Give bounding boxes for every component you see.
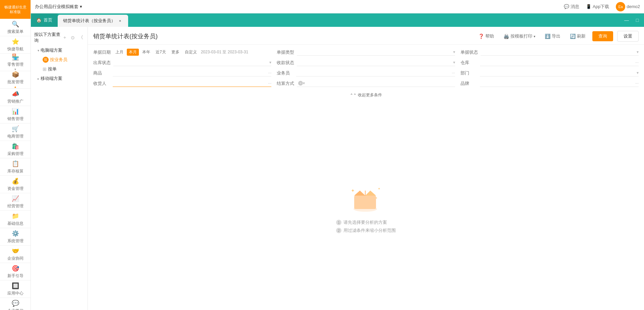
date-tab-custom[interactable]: 自定义 [183,49,199,56]
doctype-label: 单据类型 [277,49,294,55]
collectstatus-arrow-icon: ▾ [453,60,455,65]
dept-control[interactable]: ▾ [480,69,639,76]
query-btn[interactable]: 查询 [592,31,613,41]
sidebar-purchase-label: 采购管理 [7,151,23,157]
goods-control[interactable]: ··· [113,69,271,76]
date-tab-7days[interactable]: 近7天 [154,49,168,56]
sidebar-item-wholesale[interactable]: 📦 批发管理 ▴ [0,71,31,89]
filter-row-4: 收货人 ··· 结算方式 × ▾ [93,80,639,87]
sidebar-item-finance[interactable]: 💰 资金管理 [0,176,31,193]
export-btn[interactable]: ⬇️ 导出 [542,32,563,41]
settings-btn[interactable]: 设置 [617,31,639,42]
sidebar-item-ecommerce[interactable]: 🛒 电商管理 [0,123,31,141]
purchase-icon: 🛍️ [12,143,19,150]
add-scheme-btn[interactable]: ＋ [61,34,68,41]
sidebar-collab-label: 企业协同 [7,256,23,261]
tree-group-mobile[interactable]: ▸ 移动端方案 [31,74,88,83]
sidebar-item-inventory[interactable]: 📋 库存核算 [0,158,31,176]
tip-1-text: 请先选择要分析的方案 [343,219,387,225]
user-menu[interactable]: Ea demo2 [616,2,640,11]
warehouse-control[interactable]: ··· [480,59,639,66]
date-tab-thisyear[interactable]: 本年 [140,49,152,56]
tab-home[interactable]: 🏠 首页 [31,13,58,27]
help-btn[interactable]: ❓ 帮助 [476,32,497,41]
app-download-btn[interactable]: 📱 App下载 [586,4,609,10]
date-range-text: 2023-03-01 至 2023-03-31 [201,49,248,55]
sidebar-apps-label: 应用中心 [7,291,23,296]
message-btn[interactable]: 💬 消息 [564,4,579,10]
sidebar-item-basic[interactable]: 📁 基础信息 [0,211,31,228]
warehouse-more-icon: ··· [635,60,639,65]
tree-item-salesperson[interactable]: 按 按业务员 [31,55,88,64]
tabbar-right-btns: — □ [623,16,644,24]
filter-receiver: 收货人 ··· [93,80,271,87]
doctype-control[interactable]: ▾ [297,49,455,56]
username-label: demo2 [627,4,640,9]
date-filter-control: 上月 本月 本年 近7天 更多 自定义 2023-03-01 至 2023-03… [113,49,271,56]
message-icon: 💬 [564,4,569,9]
svg-rect-1 [354,196,376,209]
tree-item-order[interactable]: ⊞ 按单 [31,64,88,74]
sidebar-item-quicknav[interactable]: ⭐ 快捷导航 [0,36,31,54]
refresh-btn[interactable]: 🔄 刷新 [567,32,588,41]
finance-icon: 💰 [12,177,19,185]
sidebar-item-collab[interactable]: 🤝 企业协同 [0,246,31,263]
tabbar: 🏠 首页 销货单统计表（按业务员） × — □ [31,13,644,27]
sidebar-item-apps[interactable]: 🔲 应用中心 [0,280,31,298]
ecommerce-icon: 🛒 [12,125,19,133]
filter-area: 单据日期 上月 本月 本年 近7天 更多 自定义 20 [88,45,644,104]
basic-icon: 📁 [12,212,19,220]
sidebar-item-system[interactable]: ⚙️ 系统管理 [0,228,31,246]
sidebar-item-operations[interactable]: 📈 经营管理 [0,193,31,211]
sidebar-item-weixin[interactable]: 💬 企业微信 [0,298,31,310]
print-btn[interactable]: 🖨️ 按模板打印 ▾ [501,32,538,41]
sidebar-item-purchase[interactable]: 🛍️ 采购管理 [0,141,31,158]
filter-brand: 品牌 ··· [461,80,639,87]
print-label: 按模板打印 [511,33,532,39]
tab-active[interactable]: 销货单统计表（按业务员） × [58,15,128,27]
sidebar-item-sales[interactable]: 📊 销售管理 [0,106,31,123]
topbar: 办公用品行业模拟账套 ▾ 💬 消息 📱 App下载 Ea demo2 [31,0,644,13]
collapse-panel-btn[interactable]: 《 [77,34,84,41]
print-arrow-icon: ▾ [534,35,535,38]
topbar-title-arrow[interactable]: ▾ [80,4,82,9]
sidebar-basic-label: 基础信息 [7,221,23,226]
search-icon: 🔍 [12,20,19,28]
receiver-more-icon: ··· [268,81,271,86]
scheme-settings-btn[interactable]: ⊙ [69,34,76,41]
sidebar-item-guide[interactable]: 🎯 新手引导 [0,263,31,280]
sidebar-quicknav-label: 快捷导航 [7,46,23,52]
print-icon: 🖨️ [503,34,509,39]
sidebar-item-marketing[interactable]: 📣 营销推广 [0,89,31,106]
payment-clear-btn[interactable]: × [298,81,303,86]
app-download-label: App下载 [593,4,609,10]
tree-group-pc[interactable]: ▾ 电脑端方案 [31,46,88,55]
tab-close-btn[interactable]: × [117,18,123,23]
collectstatus-control[interactable]: ▾ [297,59,455,66]
tab-maximize-btn[interactable]: □ [633,16,641,24]
date-tab-more[interactable]: 更多 [169,49,181,56]
sidebar-retail-label: 零售管理 [7,62,23,67]
date-tab-thismonth[interactable]: 本月 [127,49,139,56]
filter-doctype: 单据类型 ▾ [277,49,455,56]
filter-dept: 部门 ▾ [461,69,639,76]
filter-goods: 商品 ··· [93,69,271,76]
message-label: 消息 [571,4,579,10]
collapse-filters-btn[interactable]: ⌃⌃ 收起更多条件 [93,90,639,100]
salesperson-control[interactable]: ··· [296,69,455,76]
brand-control[interactable]: ··· [480,80,639,87]
content-area: 按以下方案查询 ＋ ⊙ 《 ▾ 电脑端方案 按 按业务员 [31,27,644,310]
payment-control[interactable]: × ▾ [297,80,455,87]
date-tab-lastmonth[interactable]: 上月 [113,49,125,56]
tab-minimize-btn[interactable]: — [623,16,631,24]
filter-row-3: 商品 ··· 业务员 ··· [93,69,639,76]
sidebar-item-retail[interactable]: 🏪 零售管理 ▾ [0,54,31,71]
salesperson-label: 业务员 [277,70,293,76]
receiver-control[interactable]: ··· [113,80,271,87]
outstatus-control[interactable]: ▾ [113,59,271,66]
sidebar-marketing-label: 营销推广 [7,99,23,104]
help-icon: ❓ [478,34,484,39]
sidebar-item-search[interactable]: 🔍 搜索菜单 [0,19,31,36]
left-panel: 按以下方案查询 ＋ ⊙ 《 ▾ 电脑端方案 按 按业务员 [31,27,88,310]
docstatus-control[interactable]: ▾ [481,49,639,56]
